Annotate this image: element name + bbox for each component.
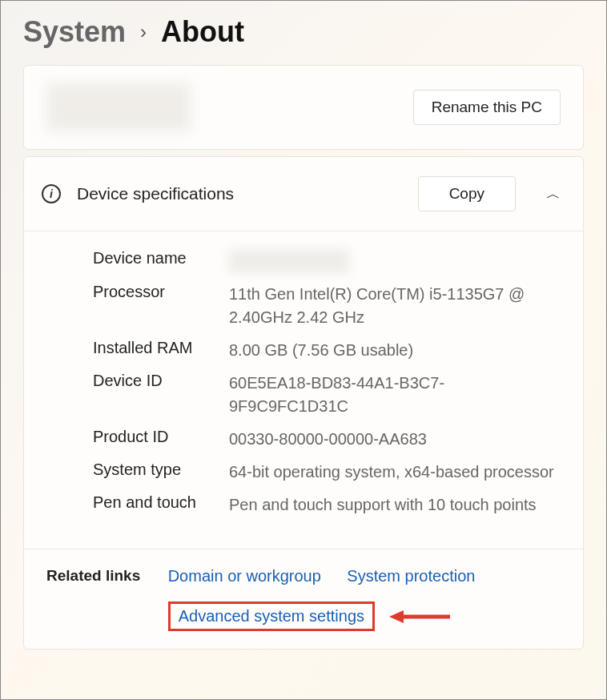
chevron-up-icon[interactable]: ︿ [546,184,561,203]
breadcrumb-current: About [161,15,244,49]
spec-label: System type [93,461,229,484]
highlight-annotation: Advanced system settings [168,601,375,631]
info-icon: i [42,184,61,203]
spec-label: Device ID [93,372,229,418]
spec-value: 64-bit operating system, x64-based proce… [229,461,554,484]
pc-name-card: Rename this PC [23,65,584,150]
spec-value: 8.00 GB (7.56 GB usable) [229,339,413,362]
spec-label: Processor [93,283,229,329]
spec-row-system-type: System type 64-bit operating system, x64… [93,461,561,484]
spec-label: Product ID [93,428,229,451]
chevron-right-icon: › [140,21,147,43]
pc-name-value [46,83,191,131]
rename-pc-button[interactable]: Rename this PC [413,90,561,125]
link-advanced-system-settings[interactable]: Advanced system settings [179,607,364,626]
link-domain-workgroup[interactable]: Domain or workgroup [168,567,321,585]
spec-row-device-name: Device name [93,249,561,273]
device-specs-body: Device name Processor 11th Gen Intel(R) … [24,231,583,549]
spec-label: Device name [93,249,229,273]
related-links-title: Related links [46,567,140,585]
device-specs-card: i Device specifications Copy ︿ Device na… [23,156,584,650]
copy-button[interactable]: Copy [418,176,516,211]
device-specs-title: Device specifications [77,184,402,203]
spec-row-device-id: Device ID 60E5EA18-BD83-44A1-B3C7-9F9C9F… [93,372,561,418]
link-system-protection[interactable]: System protection [347,567,475,585]
related-links-section: Related links Domain or workgroup System… [24,549,583,649]
spec-value: 00330-80000-00000-AA683 [229,428,427,451]
spec-value: 11th Gen Intel(R) Core(TM) i5-1135G7 @ 2… [229,283,561,329]
spec-value: 60E5EA18-BD83-44A1-B3C7-9F9C9FC1D31C [229,372,561,418]
breadcrumb-parent[interactable]: System [23,15,126,49]
spec-label: Installed RAM [93,339,229,362]
arrow-annotation-icon [388,609,452,628]
spec-value: Pen and touch support with 10 touch poin… [229,493,537,517]
spec-label: Pen and touch [93,493,229,517]
spec-value-blurred [229,249,349,273]
device-specs-header[interactable]: i Device specifications Copy ︿ [24,157,583,231]
spec-row-ram: Installed RAM 8.00 GB (7.56 GB usable) [93,339,561,362]
breadcrumb: System › About [23,15,584,49]
spec-row-processor: Processor 11th Gen Intel(R) Core(TM) i5-… [93,283,561,329]
spec-row-product-id: Product ID 00330-80000-00000-AA683 [93,428,561,451]
spec-row-pen-touch: Pen and touch Pen and touch support with… [93,493,561,517]
svg-marker-1 [389,610,404,623]
